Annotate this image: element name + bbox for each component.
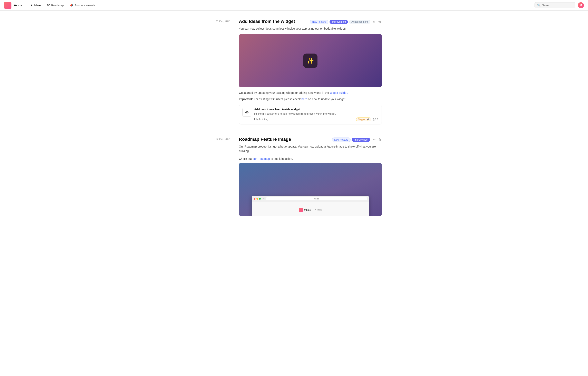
post-1: 21 Oct, 2021 Add Ideas from the widget N… xyxy=(206,19,382,124)
post-1-description: You can now collect ideas seamlessly ins… xyxy=(239,26,382,31)
post-1-header: Add Ideas from the widget New Feature Im… xyxy=(239,19,382,24)
widget-icon: ✨ xyxy=(303,54,317,68)
idea-status-badge[interactable]: Shipped 🚀 xyxy=(356,118,371,122)
comment-count: 8 xyxy=(377,118,378,121)
post-1-actions: ✏ 🗑 xyxy=(373,19,382,24)
post-2-actions: ✏ 🗑 xyxy=(373,137,382,142)
post-2-header: Roadmap Feature Image New Feature Improv… xyxy=(239,137,382,142)
app-brand: Acme xyxy=(14,3,22,7)
post-1-body-text-1: Get started by updating your existing wi… xyxy=(239,90,382,95)
app-logo[interactable] xyxy=(4,2,11,9)
ideas-icon: ✦ xyxy=(31,3,33,7)
nav-item-announcements[interactable]: 📣 Announcements xyxy=(67,2,98,8)
post-2-check-text: Check out our Roadmap to see it in actio… xyxy=(239,156,382,161)
browser-url: frill.co xyxy=(266,197,367,200)
widget-builder-link[interactable]: widget builder. xyxy=(330,91,348,94)
post-1-body-text-2: Important: For existing SSO users please… xyxy=(239,97,382,101)
idea-date: 4 Aug xyxy=(262,118,268,121)
tag-improvement-2[interactable]: Improvement xyxy=(352,138,370,142)
browser-logo xyxy=(299,208,303,212)
delete-button[interactable]: 🗑 xyxy=(378,20,382,24)
post-2-image: ‹› frill.co frill.co ✦ Ideas xyxy=(239,163,382,216)
nav-label-roadmap: Roadmap xyxy=(51,4,64,7)
browser-content: frill.co ✦ Ideas xyxy=(252,202,369,216)
post-2-title: Roadmap Feature Image xyxy=(239,137,329,142)
idea-title: Add new ideas from inside widget xyxy=(254,108,378,111)
browser-nav-controls: ‹› xyxy=(263,198,265,200)
browser-mockup: ‹› frill.co frill.co ✦ Ideas xyxy=(252,196,369,216)
post-1-body: Add Ideas from the widget New Feature Im… xyxy=(239,19,382,124)
browser-nav-label-ideas: ✦ Ideas xyxy=(315,209,322,211)
check-text-1: Check out xyxy=(239,157,252,160)
post-2-date: 12 Oct, 2021 xyxy=(206,137,231,219)
idea-card-1: 40 Add new ideas from inside widget I'd … xyxy=(239,105,382,124)
browser-dot-red xyxy=(254,198,255,200)
idea-meta: Lily J • 4 Aug Shipped 🚀 💬 8 xyxy=(254,118,378,122)
avatar[interactable]: M xyxy=(578,2,584,8)
post-2: 12 Oct, 2021 Roadmap Feature Image New F… xyxy=(206,137,382,219)
browser-inner: frill.co ✦ Ideas xyxy=(297,206,324,214)
body-text-2a: For existing SSO users please check xyxy=(254,98,301,101)
browser-bar: ‹› frill.co xyxy=(252,196,369,202)
post-1-tags: New Feature Improvement Announcement xyxy=(310,19,370,24)
announcements-icon: 📣 xyxy=(69,3,73,7)
tag-announcement[interactable]: Announcement xyxy=(349,20,370,24)
roadmap-icon: 🗺 xyxy=(47,3,50,7)
idea-vote-button[interactable]: 40 xyxy=(242,108,251,117)
idea-author: Lily J • 4 Aug xyxy=(254,118,268,121)
navbar: Acme ✦ Ideas 🗺 Roadmap 📣 Announcements 🔍… xyxy=(0,0,588,11)
post-2-description: Our Roadmap product just got a huge upda… xyxy=(239,144,382,154)
roadmap-link[interactable]: our Roadmap xyxy=(252,157,270,160)
body-bold: Important: xyxy=(239,98,253,101)
nav-label-ideas: Ideas xyxy=(34,4,41,7)
post-1-title: Add Ideas from the widget xyxy=(239,19,307,24)
nav-right: 🔍 M xyxy=(535,2,584,8)
post-1-image: ✨ xyxy=(239,34,382,87)
browser-dot-yellow xyxy=(256,198,258,200)
edit-button-2[interactable]: ✏ xyxy=(373,138,376,142)
idea-author-name: Lily J xyxy=(254,118,260,121)
post-2-tags: New Feature Improvement xyxy=(332,137,370,142)
search-box[interactable]: 🔍 xyxy=(535,2,575,8)
post-1-date: 21 Oct, 2021 xyxy=(206,19,231,124)
body-text-2b: on how to update your widget. xyxy=(307,98,346,101)
check-text-2: to see it in action. xyxy=(270,157,293,160)
main-content: 21 Oct, 2021 Add Ideas from the widget N… xyxy=(202,11,386,240)
browser-dot-green xyxy=(259,198,261,200)
tag-new-feature-2[interactable]: New Feature xyxy=(332,138,351,142)
nav-item-roadmap[interactable]: 🗺 Roadmap xyxy=(44,2,66,8)
browser-brand: frill.co xyxy=(299,208,311,212)
idea-comments: 💬 8 xyxy=(373,118,378,121)
delete-button-2[interactable]: 🗑 xyxy=(378,138,382,142)
nav-label-announcements: Announcements xyxy=(74,4,95,7)
tag-new-feature[interactable]: New Feature xyxy=(310,20,328,24)
nav-item-ideas[interactable]: ✦ Ideas xyxy=(28,2,44,8)
body-text-1a: Get started by updating your existing wi… xyxy=(239,91,330,94)
comment-icon: 💬 xyxy=(373,118,376,121)
nav-items: ✦ Ideas 🗺 Roadmap 📣 Announcements xyxy=(28,2,535,8)
search-icon: 🔍 xyxy=(537,4,540,7)
sso-link[interactable]: here xyxy=(302,98,307,101)
tag-improvement[interactable]: Improvement xyxy=(329,20,348,24)
idea-info: Add new ideas from inside widget I'd lik… xyxy=(254,108,378,122)
idea-desc: I'd like my customers to add new ideas f… xyxy=(254,112,378,116)
search-input[interactable] xyxy=(542,4,573,7)
edit-button[interactable]: ✏ xyxy=(373,20,376,24)
browser-brand-label: frill.co xyxy=(304,209,311,211)
post-2-body: Roadmap Feature Image New Feature Improv… xyxy=(239,137,382,219)
